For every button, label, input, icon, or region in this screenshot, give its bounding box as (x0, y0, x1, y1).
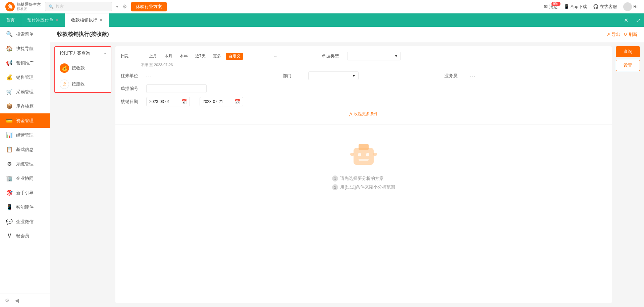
query-panel-header: 按以下方案查询 » (55, 47, 111, 60)
tab-home[interactable]: 首页 (0, 13, 21, 27)
finance-icon: 💳 (6, 117, 13, 124)
member-icon: V (6, 233, 13, 239)
left-panel: 按以下方案查询 » 💰 按收款 ⏱ 按应收 (54, 46, 111, 303)
svg-point-2 (358, 153, 361, 156)
verify-date-range: 2023-03-01 📅 — 2023-07-21 📅 (146, 97, 243, 106)
maximize-btn[interactable]: ⤢ (632, 13, 644, 27)
sidebar-item-finance[interactable]: 💳 资金管理 (0, 113, 50, 128)
query-by-receipt[interactable]: 💰 按收款 (55, 60, 111, 76)
mobile-icon: 📱 (564, 4, 569, 9)
doc-num-label: 单据编号 (121, 86, 141, 92)
calendar-end-icon[interactable]: 📅 (234, 99, 240, 104)
basic-info-icon: 📋 (6, 146, 13, 153)
industry-btn[interactable]: 休验行业方案 (131, 2, 167, 11)
svg-rect-0 (354, 148, 374, 165)
date-this-year[interactable]: 本年 (177, 52, 191, 60)
search-box[interactable]: 🔍 搜索 (45, 2, 112, 11)
svg-rect-6 (373, 153, 377, 156)
inventory-icon: 📦 (6, 103, 13, 109)
date-hint: 不限 至 2023-07-26 (141, 62, 606, 67)
date-last-month[interactable]: 上月 (146, 52, 160, 60)
export-btn[interactable]: ↗ 导出 (606, 32, 620, 38)
query-panel-title: 按以下方案查询 (60, 50, 90, 56)
date-separator: — (193, 99, 197, 104)
empty-step-2-text: 用[过滤]条件来缩小分析范围 (340, 184, 395, 190)
app-download-btn[interactable]: 📱 App下载 (564, 4, 587, 10)
vendor-dots[interactable]: ··· (274, 54, 277, 58)
sidebar-item-hardware[interactable]: 📱 智能硬件 (0, 200, 50, 214)
main-right: 日期 上月 本月 本年 近7天 更多 自定义 (115, 46, 612, 303)
close-tab-receipt[interactable]: ✕ (99, 18, 103, 22)
dept-chevron-icon: ▾ (353, 73, 355, 78)
doc-num-input[interactable] (146, 84, 207, 93)
date-more[interactable]: 更多 (210, 52, 224, 60)
message-btn[interactable]: ✉ 消息 99+ (544, 4, 558, 10)
content-body: 按以下方案查询 » 💰 按收款 ⏱ 按应收 (50, 42, 644, 307)
sidebar-item-member[interactable]: V 畅会员 (0, 229, 50, 243)
vendor-picker[interactable]: ··· (146, 73, 152, 79)
filter-row-salesman: 业务员 ··· (444, 73, 606, 79)
user-avatar[interactable]: Rit (623, 2, 639, 11)
sidebar-item-basic-info[interactable]: 📋 基础信息 (0, 142, 50, 157)
collapse-more-btn[interactable]: ⋀ 收起更多条件 (121, 109, 606, 119)
main-layout: 🔍 搜索菜单 🏠 快捷导航 📢 营销推广 💰 销售管理 🛒 采购管理 📦 库存核… (0, 27, 644, 307)
system-icon: ⚙ (6, 161, 13, 167)
sidebar-item-enterprise[interactable]: 🏢 企业协同 (0, 171, 50, 186)
query-panel: 按以下方案查询 » 💰 按收款 ⏱ 按应收 (54, 46, 111, 93)
receipt-icon: 💰 (60, 63, 69, 73)
salesman-label: 业务员 (444, 73, 465, 79)
sidebar-item-marketing[interactable]: 📢 营销推广 (0, 56, 50, 70)
close-window-btn[interactable]: ✕ (620, 13, 632, 27)
settings-submit-btn[interactable]: 设置 (616, 60, 640, 71)
sidebar-item-search[interactable]: 🔍 搜索菜单 (0, 27, 50, 41)
refresh-btn[interactable]: ↻ 刷新 (624, 32, 637, 38)
sidebar-gear-btn[interactable]: ⚙ (5, 297, 9, 304)
calendar-start-icon[interactable]: 📅 (181, 99, 187, 104)
avatar-img (623, 2, 632, 11)
query-submit-btn[interactable]: 查询 (616, 46, 640, 57)
guide-icon: 🎯 (6, 190, 13, 196)
panel-collapse-btn[interactable]: » (104, 51, 106, 56)
sidebar-item-inventory[interactable]: 📦 库存核算 (0, 99, 50, 113)
date-7-days[interactable]: 近7天 (193, 52, 208, 60)
dept-select[interactable]: ▾ (308, 71, 359, 80)
sidebar-collapse-btn[interactable]: ◀ (15, 297, 19, 304)
tab-prepay[interactable]: 预付冲应付单 ✕ (21, 13, 65, 27)
sidebar-item-quick-nav[interactable]: 🏠 快捷导航 (0, 41, 50, 56)
sidebar-item-sales[interactable]: 💰 销售管理 (0, 70, 50, 85)
logo-icon: 兔 (5, 2, 15, 11)
empty-step-1: 1 请先选择要分析的方案 (332, 175, 395, 182)
sidebar-item-wechat[interactable]: 💬 企业微信 (0, 214, 50, 229)
tab-receipt-verify[interactable]: 收款核销执行 ✕ (65, 13, 109, 27)
vendor-label: 往来单位 (121, 73, 141, 79)
settings-icon[interactable]: ⚙ (122, 3, 127, 10)
receivable-icon: ⏱ (60, 80, 69, 89)
empty-steps: 1 请先选择要分析的方案 2 用[过滤]条件来缩小分析范围 (332, 175, 395, 190)
search-menu-icon: 🔍 (6, 31, 13, 37)
home-icon: 🏠 (6, 45, 13, 52)
verify-start-date[interactable]: 2023-03-01 📅 (146, 97, 190, 106)
date-shortcuts: 上月 本月 本年 近7天 更多 自定义 (146, 52, 243, 60)
date-custom-badge[interactable]: 自定义 (226, 53, 243, 60)
sidebar-item-purchase[interactable]: 🛒 采购管理 (0, 85, 50, 99)
salesman-picker[interactable]: ··· (470, 73, 476, 79)
doc-type-select[interactable]: ▾ (347, 52, 401, 60)
empty-state: 1 请先选择要分析的方案 2 用[过滤]条件来缩小分析范围 (115, 124, 612, 204)
step-num-2: 2 (332, 184, 338, 190)
chevron-up-icon: ⋀ (349, 112, 353, 116)
sidebar-item-guide[interactable]: 🎯 新手引导 (0, 186, 50, 200)
purchase-icon: 🛒 (6, 89, 13, 95)
close-tab-prepay[interactable]: ✕ (55, 18, 59, 22)
verify-end-date[interactable]: 2023-07-21 📅 (200, 97, 243, 106)
headset-icon: 🎧 (593, 4, 598, 9)
sidebar-item-management[interactable]: 📊 经营管理 (0, 128, 50, 142)
online-service-btn[interactable]: 🎧 在线客服 (593, 4, 617, 10)
dropdown-arrow[interactable]: ▾ (116, 4, 118, 9)
query-by-receivable[interactable]: ⏱ 按应收 (55, 76, 111, 92)
date-label: 日期 (121, 53, 141, 59)
verify-date-label: 核销日期 (121, 99, 141, 105)
sidebar: 🔍 搜索菜单 🏠 快捷导航 📢 营销推广 💰 销售管理 🛒 采购管理 📦 库存核… (0, 27, 50, 307)
date-this-month[interactable]: 本月 (162, 52, 175, 60)
filter-row-date: 日期 上月 本月 本年 近7天 更多 自定义 (121, 52, 606, 60)
sidebar-item-system[interactable]: ⚙ 系统管理 (0, 157, 50, 171)
